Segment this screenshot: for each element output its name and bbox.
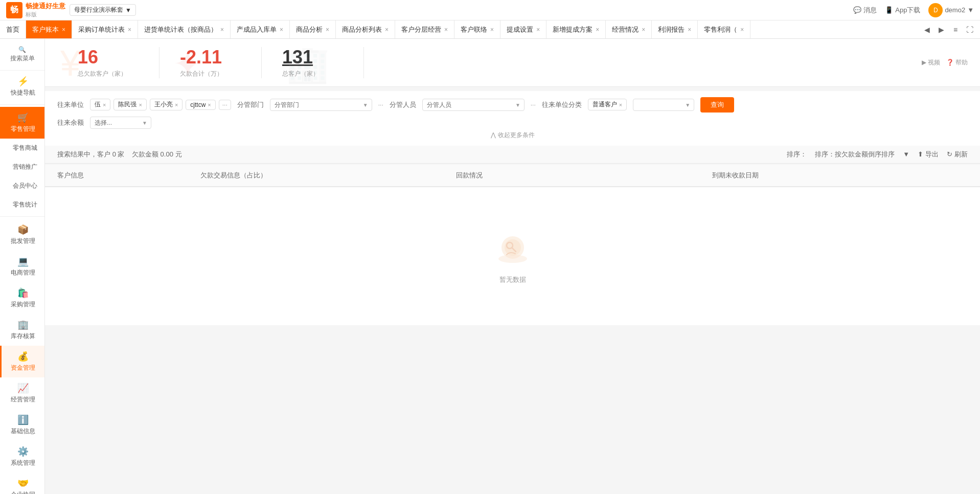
operation-icon: 📈 (17, 383, 29, 394)
tabs-expand-btn[interactable]: ⛶ (964, 24, 976, 36)
debt-customers-value: 16 (78, 47, 98, 68)
close-tab-icon[interactable]: × (385, 26, 389, 33)
close-tab-icon[interactable]: × (326, 26, 329, 33)
sidebar-divider (0, 104, 44, 105)
close-tab-icon[interactable]: × (444, 26, 448, 33)
balance-select[interactable]: 选择... (90, 117, 151, 129)
basic-info-icon: ℹ️ (17, 414, 29, 425)
empty-icon (492, 228, 533, 269)
tab-customer-account[interactable]: 客户账本 × (26, 20, 72, 39)
sidebar-item-ecommerce[interactable]: 💻 电商管理 (0, 251, 44, 282)
close-tab-icon[interactable]: × (490, 26, 494, 33)
tabs-next-btn[interactable]: ▶ (935, 24, 947, 36)
sidebar-item-collab[interactable]: 🤝 企业协同 (0, 473, 44, 494)
col-due-date: 到期未收款日期 (712, 171, 968, 180)
export-btn[interactable]: ⬆ 导出 (918, 150, 939, 159)
unit-category-select-wrap (633, 99, 694, 111)
close-category-tag[interactable]: × (619, 102, 622, 108)
unit-more-tags[interactable]: ··· (219, 100, 231, 110)
empty-state: 暂无数据 (45, 187, 980, 325)
stats-bar: ¥ ✦ 🏢 16 总欠款客户（家） -2.11 欠款合计（万） 131 总客户（… (45, 39, 980, 87)
tab-purchase-order[interactable]: 采购订单统计表 × (72, 20, 138, 39)
video-help-btn[interactable]: ▶ 视频 (922, 58, 940, 67)
refresh-btn[interactable]: ↻ 刷新 (947, 150, 968, 159)
sort-chevron-icon: ▼ (903, 150, 909, 158)
unit-category-tag: 普通客户 × (588, 99, 627, 110)
tab-profit-report[interactable]: 利润报告 × (652, 20, 698, 39)
close-tab-icon[interactable]: × (642, 26, 645, 33)
person-select-wrap: 分管人员 (422, 99, 525, 111)
person-select[interactable]: 分管人员 (422, 99, 525, 111)
tab-product-analysis-list[interactable]: 商品分析列表 × (336, 20, 395, 39)
avatar: D (928, 3, 943, 17)
close-tag-wang[interactable]: × (175, 102, 178, 108)
tab-operation[interactable]: 经营情况 × (606, 20, 652, 39)
sidebar-item-wholesale[interactable]: 📦 批发管理 (0, 219, 44, 251)
collab-icon: 🤝 (17, 478, 29, 489)
close-tag-cjttcw[interactable]: × (208, 102, 211, 108)
capital-icon: 💰 (17, 351, 29, 362)
data-table: 客户信息 欠款交易信息（占比） 回款情况 到期未收款日期 (45, 165, 980, 325)
close-tab-icon[interactable]: × (536, 26, 540, 33)
close-tab-icon[interactable]: × (62, 26, 65, 33)
tabs-menu-btn[interactable]: ≡ (949, 24, 962, 36)
collapse-more-conditions-btn[interactable]: ⋀ 收起更多条件 (491, 131, 535, 140)
wholesale-icon: 📦 (17, 224, 29, 235)
tab-retail-profit[interactable]: 零售利润（ × (698, 20, 750, 39)
tab-new-suggest[interactable]: 新增提成方案 × (546, 20, 606, 39)
sidebar-item-operation[interactable]: 📈 经营管理 (0, 377, 44, 409)
close-tab-icon[interactable]: × (280, 26, 283, 33)
sort-select[interactable]: 排序：按欠款金额倒序排序 (815, 150, 895, 159)
unit-tag-chen: 陈民强 × (113, 99, 146, 110)
user-menu[interactable]: D demo2 ▼ (928, 3, 974, 17)
unit-category-select[interactable] (633, 99, 694, 111)
query-button[interactable]: 查询 (700, 97, 734, 113)
retail-mgmt-icon: 🛒 (17, 112, 29, 123)
message-btn[interactable]: 💬 消息 (853, 6, 877, 15)
sidebar-item-purchase[interactable]: 🛍️ 采购管理 (0, 282, 44, 314)
sort-label: 排序： (787, 150, 807, 159)
tab-customer-tier[interactable]: 客户分层经营 × (395, 20, 454, 39)
sidebar-item-retail-mgmt[interactable]: 🛒 零售管理 (0, 107, 44, 139)
dept-select[interactable]: 分管部门 (270, 99, 372, 111)
sidebar-item-marketing[interactable]: 营销推广 (0, 158, 44, 176)
sidebar-item-basic-info[interactable]: ℹ️ 基础信息 (0, 409, 44, 441)
account-selector[interactable]: 母婴行业演示帐套 ▼ (70, 4, 136, 16)
app-download-btn[interactable]: 📱 App下载 (885, 6, 920, 15)
tab-product-entry[interactable]: 产成品入库单 × (231, 20, 290, 39)
sidebar-item-retail-mall[interactable]: 零售商城 (0, 139, 44, 158)
close-tab-icon[interactable]: × (220, 26, 224, 33)
sidebar-item-member[interactable]: 会员中心 (0, 176, 44, 195)
close-tab-icon[interactable]: × (596, 26, 599, 33)
help-icon: ❓ (946, 59, 954, 66)
search-menu-btn[interactable]: 🔍 搜索菜单 (4, 44, 40, 65)
filter-row-1: 往来单位 伍 × 陈民强 × 王小亮 × cjttcw (57, 97, 968, 113)
sidebar-item-retail-stat[interactable]: 零售统计 (0, 195, 44, 214)
inventory-icon: 🏢 (17, 319, 29, 330)
close-tag-chen[interactable]: × (139, 102, 142, 108)
sidebar-item-capital[interactable]: 💰 资金管理 (0, 346, 44, 377)
tab-import-stat[interactable]: 进货单统计表（按商品） × (138, 20, 231, 39)
tab-home[interactable]: 首页 (0, 20, 26, 39)
close-tab-icon[interactable]: × (128, 26, 131, 33)
tab-suggest-settings[interactable]: 提成设置 × (500, 20, 546, 39)
close-tab-icon[interactable]: × (740, 26, 744, 33)
logo-icon: 畅 (6, 2, 22, 18)
balance-select-wrap: 选择... (90, 117, 151, 129)
col-debt-info: 欠款交易信息（占比） (200, 171, 456, 180)
close-tag-wu[interactable]: × (103, 102, 106, 108)
person-filter-label: 分管人员 (390, 100, 416, 109)
balance-filter-label: 往来余额 (57, 118, 84, 127)
close-tab-icon[interactable]: × (688, 26, 691, 33)
quicknav-icon: ⚡ (17, 76, 29, 87)
sidebar-item-quicknav[interactable]: ⚡ 快捷导航 (0, 71, 44, 102)
phone-icon: 📱 (885, 6, 893, 14)
help-btn[interactable]: ❓ 帮助 (946, 58, 968, 67)
sidebar-item-inventory[interactable]: 🏢 库存核算 (0, 314, 44, 346)
tab-product-analysis[interactable]: 商品分析 × (290, 20, 336, 39)
col-customer-info: 客户信息 (57, 171, 200, 180)
tabs-prev-btn[interactable]: ◀ (921, 24, 933, 36)
sidebar-item-system[interactable]: ⚙️ 系统管理 (0, 441, 44, 473)
debt-customers-label: 总欠款客户（家） (78, 70, 127, 78)
tab-customer-contact[interactable]: 客户联络 × (454, 20, 500, 39)
